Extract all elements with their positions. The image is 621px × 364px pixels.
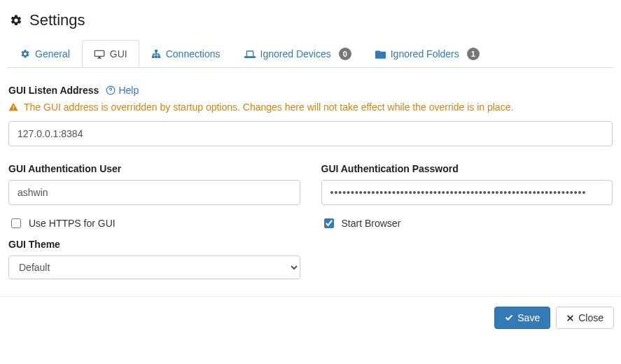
close-button[interactable]: Close [556, 307, 614, 329]
tabs: General GUI Connections Ignored Devices … [7, 39, 614, 68]
help-link[interactable]: Help [106, 85, 139, 96]
start-browser-label: Start Browser [342, 218, 401, 229]
tab-ignored-folders[interactable]: Ignored Folders 1 [363, 39, 491, 68]
override-warning: The GUI address is overridden by startup… [8, 102, 613, 113]
footer: Save Close [0, 296, 621, 339]
close-icon [566, 314, 574, 322]
check-icon [505, 314, 513, 322]
badge-count: 0 [339, 48, 351, 60]
tab-ignored-devices[interactable]: Ignored Devices 0 [232, 39, 363, 68]
start-browser-row[interactable]: Start Browser [321, 216, 613, 230]
tab-gui[interactable]: GUI [82, 40, 139, 67]
sitemap-icon [151, 49, 161, 59]
svg-rect-0 [155, 50, 158, 52]
gui-panel: GUI Listen Address Help The GUI address … [7, 68, 614, 286]
theme-label: GUI Theme [8, 239, 300, 250]
svg-rect-3 [158, 56, 160, 58]
auth-password-label: GUI Authentication Password [321, 163, 613, 174]
gear-icon [10, 14, 22, 27]
theme-select[interactable]: Default [8, 255, 300, 279]
laptop-icon [244, 49, 256, 59]
tab-general[interactable]: General [8, 40, 82, 67]
save-button[interactable]: Save [494, 307, 550, 329]
listen-address-label: GUI Listen Address [8, 85, 99, 96]
page-title: Settings [29, 11, 85, 29]
tab-label: General [35, 48, 70, 59]
override-warning-text: The GUI address is overridden by startup… [24, 102, 513, 113]
warning-triangle-icon [8, 102, 18, 112]
use-https-row[interactable]: Use HTTPS for GUI [8, 216, 300, 230]
tab-label: Ignored Devices [260, 48, 331, 59]
badge-count: 1 [467, 48, 480, 60]
close-label: Close [578, 312, 603, 323]
question-circle-icon [106, 85, 116, 95]
svg-point-5 [111, 92, 111, 92]
tab-label: GUI [110, 48, 127, 59]
use-https-label: Use HTTPS for GUI [29, 218, 116, 229]
folder-icon [375, 50, 386, 59]
listen-address-input[interactable] [8, 121, 613, 146]
start-browser-checkbox[interactable] [324, 218, 334, 228]
page-title-bar: Settings [7, 6, 614, 39]
auth-password-input[interactable] [321, 180, 613, 205]
svg-rect-2 [155, 56, 157, 58]
gear-icon [20, 49, 30, 59]
save-label: Save [517, 312, 540, 323]
use-https-checkbox[interactable] [11, 218, 21, 228]
svg-rect-1 [152, 56, 154, 58]
monitor-icon [94, 49, 105, 59]
tab-label: Connections [166, 48, 221, 59]
auth-user-label: GUI Authentication User [8, 163, 300, 174]
auth-user-input[interactable] [8, 180, 300, 205]
tab-connections[interactable]: Connections [139, 40, 232, 67]
tab-label: Ignored Folders [391, 48, 459, 59]
listen-address-label-row: GUI Listen Address Help [8, 85, 613, 96]
help-label: Help [118, 85, 139, 96]
